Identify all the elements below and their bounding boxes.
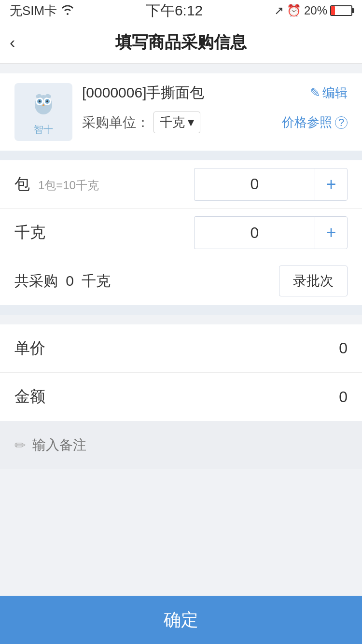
note-section: ✏ [0,421,362,469]
nav-bar: ‹ 填写商品采购信息 [0,21,362,64]
product-info: [0000006]手撕面包 ✎ 编辑 采购单位： 千克 ▾ 价格参照 ? [82,83,348,133]
product-image: 智十 [14,83,72,141]
location-icon: ↗ [274,4,284,17]
edit-button[interactable]: ✎ 编辑 [310,84,348,101]
section-divider-2 [0,305,362,315]
bag-number-input[interactable] [194,168,315,201]
status-bar: 无SIM卡 下午6:12 ↗ ⏰ 20% [0,0,362,21]
bag-label: 包 1包=10千克 [14,174,194,195]
amount-value: 0 [339,388,348,406]
kg-input-row: 千克 + [0,209,362,257]
svg-point-5 [39,100,41,102]
section-divider-1 [0,151,362,160]
product-card: 智十 [0000006]手撕面包 ✎ 编辑 采购单位： 千克 ▾ 价格参照 ? [0,73,362,151]
kg-number-input[interactable] [194,216,315,249]
product-name: [0000006]手撕面包 [82,83,204,103]
edit-label: 编辑 [322,84,348,101]
unit-price-label: 单价 [14,338,45,359]
product-unit-row: 采购单位： 千克 ▾ 价格参照 ? [82,112,348,133]
note-input[interactable] [32,437,348,453]
amount-label: 金额 [14,386,45,407]
back-button[interactable]: ‹ [10,33,39,52]
bottom-spacer [0,469,362,518]
carrier-label: 无SIM卡 [10,2,57,19]
unit-value: 千克 [160,114,185,131]
bag-plus-button[interactable]: + [315,168,348,201]
pencil-icon: ✏ [14,437,26,453]
kg-label: 千克 [14,222,194,243]
summary-unit: 千克 [82,273,111,289]
batch-button[interactable]: 录批次 [279,266,348,296]
product-header: [0000006]手撕面包 ✎ 编辑 [82,83,348,103]
amount-row: 金额 0 [0,373,362,421]
summary-prefix: 共采购 [14,273,58,289]
product-owl-icon [29,88,58,121]
bag-sub-label: 1包=10千克 [38,179,99,192]
alarm-icon: ⏰ [287,4,301,17]
summary-amount: 0 [66,273,74,289]
product-brand-label: 智十 [34,123,53,136]
price-section: 单价 0 金额 0 [0,324,362,421]
unit-price-value: 0 [339,339,348,357]
bag-input-row: 包 1包=10千克 + [0,160,362,209]
kg-input-controls: + [194,216,348,249]
page-title: 填写商品采购信息 [115,31,247,54]
price-ref-help-icon: ? [335,116,348,129]
status-left: 无SIM卡 [10,2,74,19]
price-ref-label: 价格参照 [282,114,332,131]
summary-text: 共采购 0 千克 [14,271,111,291]
price-ref-button[interactable]: 价格参照 ? [282,114,348,131]
bag-input-controls: + [194,168,348,201]
input-section: 包 1包=10千克 + 千克 + [0,160,362,257]
summary-row: 共采购 0 千克 录批次 [0,257,362,305]
unit-label: 采购单位： [82,113,150,132]
battery-percent: 20% [304,4,327,17]
unit-price-row: 单价 0 [0,324,362,373]
svg-point-6 [46,100,48,102]
wifi-icon [61,3,74,18]
kg-plus-button[interactable]: + [315,216,348,249]
edit-icon: ✎ [310,85,320,100]
unit-select[interactable]: 千克 ▾ [153,112,200,133]
status-time: 下午6:12 [146,1,203,21]
battery-icon [330,5,352,16]
confirm-button[interactable]: 确定 [0,596,362,644]
status-right: ↗ ⏰ 20% [274,4,352,17]
unit-dropdown-icon: ▾ [188,115,194,130]
